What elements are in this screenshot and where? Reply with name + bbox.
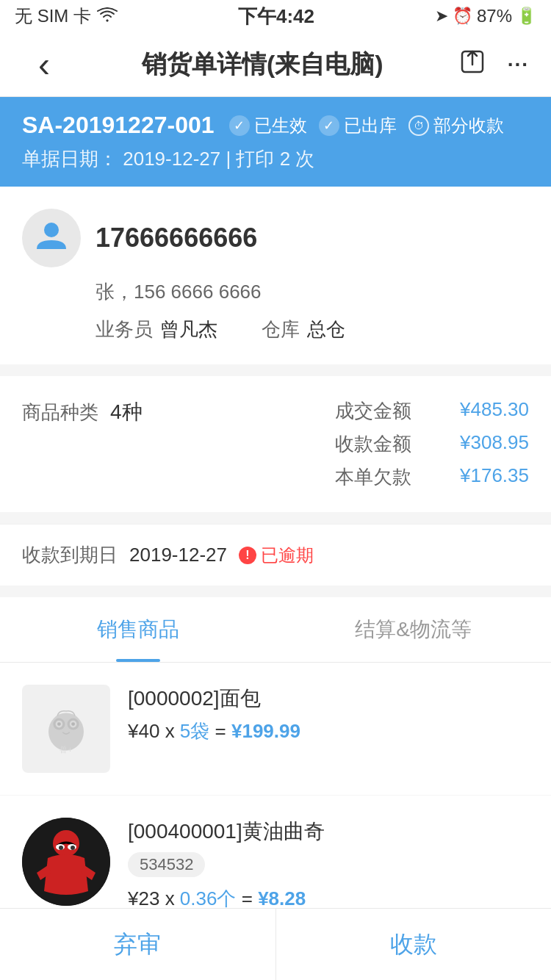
badge-partial-payment: ⏱ 部分收款: [408, 114, 504, 137]
debt-amount-value: ¥176.35: [441, 464, 529, 490]
share-button[interactable]: [459, 48, 486, 81]
status-left: 无 SIM 卡: [15, 4, 118, 28]
svg-point-14: [59, 846, 63, 850]
product-name-2: [000400001]黄油曲奇: [128, 818, 529, 846]
wifi-icon: [97, 6, 118, 26]
badge-activated: ✓ 已生效: [229, 114, 307, 137]
product-info-1: [0000002]面包 ¥40 x 5袋 = ¥199.99: [128, 685, 529, 744]
order-header-banner: SA-20191227-001 ✓ 已生效 ✓ 已出库 ⏱ 部分收款 单据日期：…: [0, 97, 551, 187]
customer-contact: 张，156 6666 6666: [22, 279, 529, 305]
product-name-1: [0000002]面包: [128, 685, 529, 713]
overdue-icon: !: [239, 547, 256, 564]
product-price-1: ¥40 x 5袋 = ¥199.99: [128, 718, 529, 744]
location-icon: ➤: [435, 7, 448, 26]
product-qty-1: 5袋: [180, 720, 209, 742]
sales-person: 业务员 曾凡杰: [96, 317, 217, 342]
received-amount-row: 收款金额 ¥308.95: [335, 431, 529, 457]
sales-person-value: 曾凡杰: [160, 317, 217, 342]
back-button[interactable]: ‹: [22, 44, 66, 84]
status-right: ➤ ⏰ 87% 🔋: [435, 6, 536, 26]
product-sku-2: 534532: [128, 852, 205, 877]
tab-sales-products[interactable]: 销售商品: [0, 597, 276, 662]
received-amount-value: ¥308.95: [441, 431, 529, 457]
transaction-amount-row: 成交金额 ¥485.30: [335, 398, 529, 424]
customer-id[interactable]: 17666666666: [96, 223, 257, 253]
product-list: 兽+ [0000002]面包 ¥40 x 5袋 = ¥199.99: [0, 663, 551, 934]
nav-actions: ···: [459, 48, 529, 81]
battery-icon: 🔋: [516, 7, 536, 26]
alarm-icon: ⏰: [453, 7, 472, 26]
user-avatar-icon: [34, 217, 69, 260]
order-header-top: SA-20191227-001 ✓ 已生效 ✓ 已出库 ⏱ 部分收款: [22, 112, 529, 139]
amounts: 成交金额 ¥485.30 收款金额 ¥308.95 本单欠款 ¥176.35: [335, 398, 529, 490]
svg-point-1: [44, 223, 59, 237]
stats-row: 商品种类 4种 成交金额 ¥485.30 收款金额 ¥308.95 本单欠款 ¥…: [22, 398, 529, 490]
tab-settlement[interactable]: 结算&物流等: [276, 597, 551, 662]
product-thumb-2: [22, 818, 110, 906]
warehouse: 仓库 总仓: [262, 317, 345, 342]
customer-section: 17666666666 张，156 6666 6666 业务员 曾凡杰 仓库 总…: [0, 187, 551, 364]
overdue-row: 收款到期日 2019-12-27 ! 已逾期: [22, 542, 529, 568]
status-bar: 无 SIM 卡 下午4:42 ➤ ⏰ 87% 🔋: [0, 0, 551, 32]
debt-amount-row: 本单欠款 ¥176.35: [335, 464, 529, 490]
badge-shipped: ✓ 已出库: [319, 114, 397, 137]
svg-point-8: [71, 722, 75, 726]
stats-section: 商品种类 4种 成交金额 ¥485.30 收款金额 ¥308.95 本单欠款 ¥…: [0, 376, 551, 512]
clock-icon: ⏱: [408, 115, 429, 136]
battery-text: 87%: [477, 6, 512, 26]
tab-underline: [116, 659, 160, 662]
nav-bar: ‹ 销货单详情(来自电脑) ···: [0, 32, 551, 97]
product-thumb-1: 兽+: [22, 685, 110, 773]
customer-meta: 业务员 曾凡杰 仓库 总仓: [22, 317, 529, 342]
order-date-info: 单据日期： 2019-12-27 | 打印 2 次: [22, 146, 529, 172]
transaction-amount-value: ¥485.30: [441, 398, 529, 424]
overdue-section: 收款到期日 2019-12-27 ! 已逾期: [0, 524, 551, 586]
more-button[interactable]: ···: [508, 53, 529, 76]
customer-row: 17666666666: [22, 209, 529, 267]
time-display: 下午4:42: [238, 4, 314, 29]
page-title: 销货单详情(来自电脑): [66, 48, 459, 82]
product-types-value: 4种: [110, 398, 143, 426]
svg-point-7: [57, 722, 61, 726]
avatar: [22, 209, 81, 267]
product-total-2: ¥8.28: [258, 887, 306, 909]
product-item-1[interactable]: 兽+ [0000002]面包 ¥40 x 5袋 = ¥199.99: [0, 663, 551, 796]
collect-payment-button[interactable]: 收款: [276, 909, 552, 980]
product-info-2: [000400001]黄油曲奇 534532 ¥23 x 0.36个 = ¥8.…: [128, 818, 529, 912]
abandon-review-button[interactable]: 弃审: [0, 909, 276, 980]
check-icon-2: ✓: [319, 115, 339, 136]
product-qty-2: 0.36个: [180, 887, 237, 909]
overdue-badge: ! 已逾期: [239, 544, 314, 567]
product-image-1: 兽+: [37, 699, 96, 758]
tabs-bar: 销售商品 结算&物流等: [0, 597, 551, 663]
svg-point-15: [71, 846, 75, 850]
product-types: 商品种类 4种: [22, 398, 143, 426]
status-badges: ✓ 已生效 ✓ 已出库 ⏱ 部分收款: [229, 114, 504, 137]
order-number: SA-20191227-001: [22, 112, 215, 139]
bottom-bar: 弃审 收款: [0, 908, 551, 980]
warehouse-value: 总仓: [307, 317, 345, 342]
product-image-2: [22, 818, 110, 906]
check-icon-1: ✓: [229, 115, 250, 136]
sim-indicator: 无 SIM 卡: [15, 4, 91, 28]
overdue-date: 2019-12-27: [129, 544, 227, 566]
svg-text:兽+: 兽+: [60, 745, 73, 754]
tabs-section: 销售商品 结算&物流等: [0, 597, 551, 663]
product-total-1: ¥199.99: [231, 720, 300, 742]
